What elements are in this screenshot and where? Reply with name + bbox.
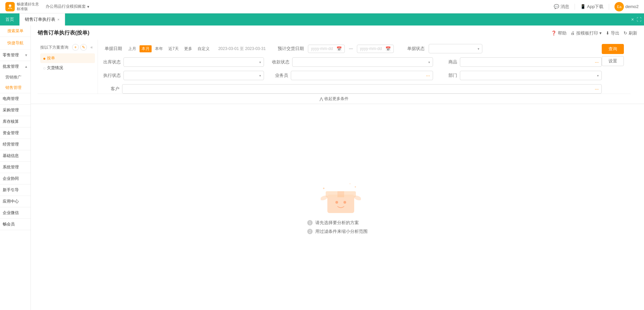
tab-sales-order[interactable]: 销售订单执行表 ×	[19, 13, 65, 25]
empty-step-1: 1 请先选择要分析的方案	[307, 220, 368, 226]
add-scheme-button[interactable]: +	[72, 44, 79, 51]
sidebar-item-marketing[interactable]: 营销推广	[0, 72, 31, 83]
salesman-input[interactable]: ···	[291, 71, 433, 80]
sidebar-section-purchase: 采购管理	[0, 105, 31, 116]
tab-bar: 首页 销售订单执行表 × × ⛶	[0, 13, 644, 25]
help-button[interactable]: ❓ 帮助	[551, 30, 567, 36]
collect-status-select[interactable]: ▾	[292, 57, 433, 67]
sidebar-item-quick-nav[interactable]: 快捷导航	[0, 37, 31, 50]
scheme-item-shortage[interactable]: ○ 欠货情况	[40, 63, 95, 73]
sidebar-section-purchase-header[interactable]: 采购管理	[0, 105, 31, 116]
setting-button[interactable]: 设置	[602, 56, 624, 66]
sidebar-section-wholesale-header[interactable]: 批发管理 ▲	[0, 61, 31, 72]
sidebar-section-member: 畅会员	[0, 219, 31, 230]
sidebar-section-guide-header[interactable]: 新手引导	[0, 185, 31, 196]
salesman-label: 业务员	[272, 72, 291, 79]
customer-dots-icon[interactable]: ···	[595, 86, 599, 92]
date-separator: —	[349, 46, 353, 51]
shortcut-more[interactable]: 更多	[182, 45, 194, 52]
svg-text:✦: ✦	[322, 187, 325, 190]
app-download-button[interactable]: 📱 App下载	[580, 4, 603, 10]
sidebar-section-basic-info-header[interactable]: 基础信息	[0, 150, 31, 161]
shortcut-prev-month[interactable]: 上月	[126, 45, 138, 52]
sidebar-section-enterprise: 企业协同	[0, 173, 31, 185]
exec-status-arrow-icon: ▾	[259, 74, 261, 78]
scheme-item-by-order[interactable]: ● 按单	[40, 53, 95, 63]
sidebar-section-system: 系统管理	[0, 162, 31, 173]
filter-row-date: 单据日期 上月 本月 本年 近7天 更多 自定义 2023-03-01 至 20…	[103, 44, 602, 53]
shortcut-custom[interactable]: 自定义	[196, 45, 212, 52]
export-button[interactable]: ⬇ 导出	[606, 30, 620, 36]
wholesale-arrow-icon: ▲	[24, 65, 28, 68]
shortcut-current-year[interactable]: 本年	[153, 45, 165, 52]
page-header: 销售订单执行表(按单) ❓ 帮助 🖨 按模板打印 ▾ ⬇ 导出	[31, 25, 644, 104]
dept-select[interactable]: ▾	[460, 71, 602, 80]
svg-rect-1	[327, 195, 354, 213]
collapse-bar[interactable]: ⋀ 收起更多条件	[38, 94, 631, 104]
print-icon: 🖨	[571, 31, 575, 36]
tab-close-icon[interactable]: ×	[57, 17, 59, 21]
sidebar-section-wechat-header[interactable]: 企业微信	[0, 207, 31, 218]
window-expand-icon[interactable]: ⛶	[637, 17, 641, 22]
sidebar-section-appcenter: 应用中心	[0, 196, 31, 207]
sidebar-section-wholesale: 批发管理 ▲ 营销推广 销售管理	[0, 61, 31, 93]
sidebar-section-inventory-header[interactable]: 库存核算	[0, 116, 31, 127]
page-header-top: 销售订单执行表(按单) ❓ 帮助 🖨 按模板打印 ▾ ⬇ 导出	[38, 30, 637, 37]
date-shortcuts: 上月 本月 本年 近7天 更多 自定义	[126, 45, 212, 52]
filter-field-collect-status: 收款状态 ▾	[272, 57, 433, 67]
salesman-dots-icon[interactable]: ···	[426, 73, 430, 78]
svg-rect-3	[337, 191, 344, 197]
expected-date-from-input[interactable]: yyyy-mm-dd 📅	[308, 45, 345, 53]
status-select[interactable]: ▾	[429, 44, 482, 53]
shortcut-current-month[interactable]: 本月	[140, 45, 152, 52]
sidebar-section-enterprise-header[interactable]: 企业协同	[0, 173, 31, 184]
message-icon: 💬	[554, 4, 559, 9]
goods-input[interactable]: ···	[460, 57, 602, 67]
tab-home[interactable]: 首页	[0, 13, 19, 25]
sidebar-section-system-header[interactable]: 系统管理	[0, 162, 31, 173]
filter-field-dept: 部门 ▾	[441, 71, 602, 80]
message-button[interactable]: 💬 消息	[554, 4, 569, 10]
empty-illustration: ✦ ✦ ✦	[321, 179, 354, 213]
sidebar-section-operations-header[interactable]: 经营管理	[0, 139, 31, 150]
sidebar-section-finance-header[interactable]: 资金管理	[0, 127, 31, 139]
sidebar-section-ecommerce-header[interactable]: 电商管理	[0, 93, 31, 104]
sidebar-section-guide: 新手引导	[0, 185, 31, 196]
sidebar-section-basic-info: 基础信息	[0, 150, 31, 162]
divider	[575, 4, 575, 10]
expected-date-to-input[interactable]: yyyy-mm-dd 📅	[357, 45, 394, 53]
logo-area: 畅捷通好生意 标准版	[5, 2, 39, 11]
window-close-icon[interactable]: ×	[631, 17, 634, 22]
sidebar-item-sales[interactable]: 销售管理	[0, 83, 31, 93]
svg-point-0	[9, 4, 11, 7]
collapse-scheme-button[interactable]: «	[88, 44, 95, 51]
logo-text: 畅捷通好生意 标准版	[17, 2, 39, 11]
shortcut-7days[interactable]: 近7天	[166, 45, 181, 52]
sidebar-section-retail-header[interactable]: 零售管理 ▼	[0, 50, 31, 61]
print-button[interactable]: 🖨 按模板打印 ▾	[571, 30, 602, 36]
goods-dots-icon[interactable]: ···	[595, 59, 599, 65]
out-status-label: 出库状态	[103, 59, 123, 65]
avatar: Ea	[614, 2, 624, 11]
exec-status-label: 执行状态	[103, 72, 123, 79]
svg-text:✦: ✦	[354, 186, 357, 189]
sidebar-section-appcenter-header[interactable]: 应用中心	[0, 196, 31, 207]
customer-input[interactable]: ···	[122, 84, 602, 94]
search-button[interactable]: 查询	[602, 44, 624, 54]
out-status-select[interactable]: ▾	[123, 57, 264, 67]
filter-layout: 按以下方案查询 + ✎ «	[38, 40, 631, 94]
app-icon: 📱	[580, 4, 586, 9]
out-status-arrow-icon: ▾	[259, 60, 261, 64]
filter-field-salesman: 业务员 ···	[272, 71, 433, 80]
exec-status-select[interactable]: ▾	[123, 71, 264, 80]
nav-dropdown[interactable]: 办公用品行业模拟账套 ▾	[46, 4, 89, 9]
user-menu[interactable]: Ea demo2	[614, 2, 639, 11]
export-icon: ⬇	[606, 31, 609, 36]
empty-text: 1 请先选择要分析的方案 2 用过滤条件来缩小分析范围	[307, 220, 368, 235]
refresh-button[interactable]: ↻ 刷新	[624, 30, 637, 36]
edit-scheme-button[interactable]: ✎	[80, 44, 87, 51]
filter-form: 单据日期 上月 本月 本年 近7天 更多 自定义 2023-03-01 至 20…	[98, 40, 602, 94]
filter-field-goods: 商品 ···	[441, 57, 602, 67]
action-buttons: 查询 设置	[602, 40, 631, 66]
sidebar-section-member-header[interactable]: 畅会员	[0, 219, 31, 230]
